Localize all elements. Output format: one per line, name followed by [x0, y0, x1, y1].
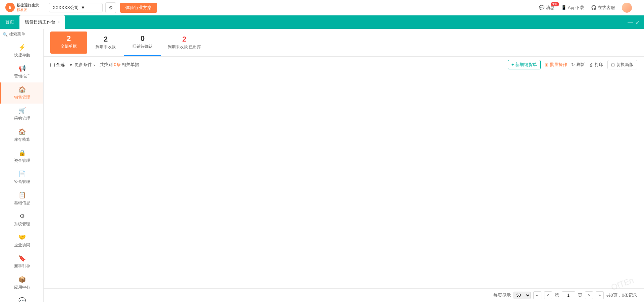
stat-tab-overdue-shipped[interactable]: 2 到期未收款 已出库	[161, 29, 208, 56]
filter-icon: ▼	[69, 62, 73, 67]
batch-icon: ⊞	[545, 62, 548, 67]
sidebar-item-operations[interactable]: 📄 经营管理	[0, 167, 43, 188]
tab-minimize-button[interactable]: —	[628, 19, 633, 25]
system-icon: ⚙	[19, 213, 25, 220]
sidebar-item-basic-info[interactable]: 📋 基础信息	[0, 188, 43, 209]
sidebar-item-operations-label: 经营管理	[14, 179, 30, 185]
app-download-label: App下载	[568, 5, 584, 11]
stat-num-all: 2	[67, 35, 71, 42]
page-input[interactable]	[562, 291, 575, 299]
per-page-select[interactable]: 50 20 100	[514, 292, 531, 299]
print-icon: 🖨	[589, 62, 593, 67]
trial-button[interactable]: 体验行业方案	[120, 3, 157, 13]
page-label: 第	[555, 292, 559, 298]
select-all-checkbox[interactable]: 全选	[50, 62, 65, 68]
stat-num-wangpu: 0	[141, 35, 145, 42]
logo-area: 6 畅捷通好生意 标准版	[5, 3, 49, 12]
sidebar-item-finance-label: 资金管理	[14, 158, 30, 164]
stat-num-overdue: 2	[104, 36, 108, 43]
stat-tab-wangpu[interactable]: 0 旺铺待确认	[124, 29, 161, 56]
per-page-label: 每页显示	[493, 292, 511, 298]
result-suffix: 相关单据	[122, 62, 139, 67]
sidebar-search[interactable]: 🔍 搜索菜单	[0, 29, 43, 40]
operations-icon: 📄	[18, 170, 26, 178]
message-badge: 99+	[551, 2, 559, 6]
marketing-icon: 📢	[18, 65, 26, 72]
content-area: 2 全部单据 2 到期未收款 0 旺铺待确认 2 到期未收款 已出库 全选	[44, 29, 644, 302]
settings-button[interactable]: ⚙	[105, 2, 116, 13]
online-service-label: 在线客服	[598, 5, 615, 11]
filter-label: 更多条件	[74, 62, 92, 68]
stat-label-wangpu: 旺铺待确认	[132, 44, 153, 49]
new-order-button[interactable]: + 新增销货单	[508, 60, 541, 69]
online-service-button[interactable]: 🎧 在线客服	[591, 5, 615, 11]
sidebar-item-shortcut-label: 快捷导航	[14, 52, 30, 58]
app-download-button[interactable]: 📱 App下载	[561, 5, 584, 11]
avatar-image	[622, 3, 632, 13]
refresh-icon: ↻	[571, 62, 575, 67]
sidebar-item-appstore-label: 应用中心	[14, 285, 30, 290]
sidebar-item-purchase[interactable]: 🛒 采购管理	[0, 104, 43, 125]
sidebar-item-inventory-label: 库存核算	[14, 137, 30, 142]
stat-tab-all[interactable]: 2 全部单据	[50, 32, 87, 54]
toolbar: 全选 ▼ 更多条件 ∨ 共找到 0条 相关单据 + 新增销货单 ⊞ 批量操作 ↻	[44, 57, 644, 73]
sidebar-item-system[interactable]: ⚙ 系统管理	[0, 209, 43, 230]
refresh-button[interactable]: ↻ 刷新	[571, 62, 585, 68]
last-page-button[interactable]: »	[596, 291, 604, 299]
sidebar-item-marketing[interactable]: 📢 营销推广	[0, 61, 43, 82]
next-page-button[interactable]: >	[585, 291, 593, 299]
sidebar-search-label: 搜索菜单	[9, 32, 25, 37]
first-page-icon: «	[536, 293, 538, 298]
print-label: 打印	[595, 62, 603, 68]
tab-home[interactable]: 首页	[0, 15, 19, 29]
company-selector[interactable]: XXXXXX公司 ▼	[49, 3, 103, 12]
toolbar-right: + 新增销货单 ⊞ 批量操作 ↻ 刷新 🖨 打印 ⊡ 切换新版	[508, 60, 637, 69]
refresh-label: 刷新	[576, 62, 585, 68]
shortcut-icon: ⚡	[18, 44, 26, 51]
sidebar-item-sales[interactable]: 🏠 销售管理	[0, 82, 43, 104]
stat-label-overdue-shipped: 到期未收款 已出库	[168, 44, 201, 50]
sidebar-item-system-label: 系统管理	[14, 221, 30, 227]
first-page-button[interactable]: «	[533, 291, 541, 299]
switch-label: 切换新版	[616, 62, 634, 68]
appstore-icon: 📦	[18, 276, 26, 283]
sidebar-item-basic-info-label: 基础信息	[14, 200, 30, 206]
logo-badge: 标准版	[17, 8, 39, 12]
chevron-icon: ∨	[93, 63, 96, 67]
tab-active[interactable]: 钱货日清工作台 ×	[19, 15, 65, 29]
checkbox-input[interactable]	[50, 63, 55, 67]
print-button[interactable]: 🖨 打印	[589, 62, 603, 68]
sidebar-item-enterprise[interactable]: 🤝 企业协同	[0, 230, 43, 251]
result-text: 共找到 0条 相关单据	[100, 62, 139, 68]
sidebar-item-wechat[interactable]: 💬 企业微信	[0, 294, 43, 302]
prev-page-button[interactable]: <	[544, 291, 552, 299]
sidebar-item-appstore[interactable]: 📦 应用中心	[0, 273, 43, 294]
logo-icon: 6	[5, 3, 15, 12]
tab-close-icon[interactable]: ×	[57, 20, 60, 24]
tab-bar-actions: — ⤢	[628, 19, 644, 25]
sidebar-item-shortcut[interactable]: ⚡ 快捷导航	[0, 40, 43, 61]
batch-button[interactable]: ⊞ 批量操作	[545, 62, 567, 68]
stat-tab-overdue[interactable]: 2 到期未收款	[87, 29, 124, 56]
table-area	[44, 73, 644, 288]
message-button[interactable]: 💬 消息 99+	[539, 5, 554, 11]
sidebar-item-newbie-label: 新手引导	[14, 263, 30, 269]
result-count: 0条	[114, 62, 121, 67]
sales-icon: 🏠	[18, 86, 26, 93]
batch-label: 批量操作	[550, 62, 567, 68]
stat-label-all: 全部单据	[61, 44, 77, 49]
download-icon: 📱	[561, 5, 567, 10]
sidebar-item-finance[interactable]: 🔒 资金管理	[0, 146, 43, 167]
avatar[interactable]	[622, 3, 632, 13]
filter-button[interactable]: ▼ 更多条件 ∨	[69, 62, 96, 68]
main-layout: 🔍 搜索菜单 ⚡ 快捷导航 📢 营销推广 🏠 销售管理 🛒 采购管理 🏠 库存核…	[0, 29, 644, 302]
switch-version-button[interactable]: ⊡ 切换新版	[607, 60, 637, 69]
prev-page-icon: <	[547, 293, 549, 298]
stat-label-overdue: 到期未收款	[96, 44, 116, 50]
sidebar-item-newbie[interactable]: 🔖 新手引导	[0, 251, 43, 273]
newbie-icon: 🔖	[18, 255, 26, 262]
sidebar-item-inventory[interactable]: 🏠 库存核算	[0, 125, 43, 146]
select-all-label: 全选	[56, 62, 65, 68]
tab-maximize-button[interactable]: ⤢	[636, 19, 640, 25]
company-name: XXXXXX公司	[53, 5, 79, 11]
